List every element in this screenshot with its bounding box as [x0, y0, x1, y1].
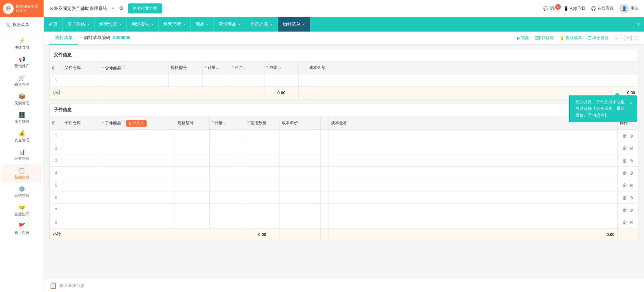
child-row-7-unit[interactable]: [210, 204, 237, 216]
tab-barcode[interactable]: 条码方案 ×: [246, 17, 278, 32]
child-row-1-unit[interactable]: [210, 130, 237, 142]
child-row-5-amount[interactable]: [329, 179, 618, 191]
child-row-1-unit-cost[interactable]: [280, 130, 321, 142]
th-parent-settings[interactable]: ⊞: [50, 61, 62, 74]
nav-prev-button[interactable]: ‹: [614, 35, 619, 41]
child-row-1-copy-icon[interactable]: ⊕: [629, 133, 633, 139]
parent-row-1-goods[interactable]: [100, 74, 169, 87]
tab-new-goods[interactable]: 新增商品 ×: [214, 17, 246, 32]
child-row-4-qty[interactable]: [245, 167, 280, 179]
search-menu-button[interactable]: 🔍 搜索菜单: [3, 20, 41, 30]
parent-row-1-produce[interactable]: [230, 74, 264, 87]
tab-history[interactable]: 经营历程 ×: [159, 17, 190, 32]
child-row-5-unit[interactable]: [210, 179, 237, 191]
child-row-5-delete-icon[interactable]: 🗑: [622, 183, 627, 188]
sidebar-item-inventory[interactable]: 🗄️ 库存核算: [2, 109, 41, 127]
th-child-settings[interactable]: ⊞: [50, 116, 62, 130]
child-row-7-warehouse[interactable]: [62, 204, 100, 216]
sidebar-item-sales[interactable]: 🛒 销售管理: [2, 72, 41, 90]
child-row-7-delete-icon[interactable]: 🗑: [622, 207, 627, 213]
child-row-1-delete-icon[interactable]: 🗑: [622, 133, 627, 139]
tab-goods[interactable]: 商品 ×: [191, 17, 214, 32]
child-row-1-spec[interactable]: [175, 130, 210, 142]
tab-profit-close[interactable]: ×: [151, 22, 153, 26]
app-download-button[interactable]: 📱 App下载: [564, 5, 585, 11]
settings-icon[interactable]: ⚙: [119, 5, 124, 12]
parent-row-1-warehouse[interactable]: [62, 74, 100, 87]
child-row-8-unit[interactable]: [210, 216, 237, 229]
child-row-4-goods[interactable]: [100, 167, 175, 179]
sidebar-item-operations[interactable]: 📊 经营管理: [2, 146, 41, 164]
child-row-7-qty[interactable]: [245, 204, 280, 216]
nav-close-all-button[interactable]: ×: [633, 17, 644, 32]
child-row-8-copy-icon[interactable]: ⊕: [629, 220, 633, 225]
sidebar-item-system[interactable]: ⚙️ 系统管理: [2, 183, 41, 201]
child-row-6-warehouse[interactable]: [62, 191, 100, 204]
child-row-8-warehouse[interactable]: [62, 216, 100, 229]
tab-customers[interactable]: 客户联络 ×: [63, 17, 95, 32]
child-row-7-goods[interactable]: [100, 204, 175, 216]
sidebar-item-finance[interactable]: 💰 资金管理: [2, 127, 41, 145]
tab-profit[interactable]: 利润报告 ×: [127, 17, 159, 32]
tab-home[interactable]: 首页: [44, 17, 63, 32]
child-row-3-warehouse[interactable]: [62, 154, 100, 167]
extract-cost-button[interactable]: 💡 提取成本: [559, 35, 582, 41]
child-row-2-amount[interactable]: [329, 142, 618, 154]
nav-expand-button[interactable]: ⛶: [631, 35, 639, 41]
child-row-8-unit-cost[interactable]: [280, 216, 321, 229]
parent-row-1-unit[interactable]: [203, 74, 230, 87]
child-row-8-spec[interactable]: [175, 216, 210, 229]
scan-input-button[interactable]: 扫码录入: [126, 120, 147, 127]
tab-barcode-close[interactable]: ×: [271, 22, 273, 26]
child-row-6-unit[interactable]: [210, 191, 237, 204]
content-tab-bom[interactable]: 物料清单: [49, 32, 78, 45]
parent-row-1-amount[interactable]: [307, 74, 638, 87]
tab-bom[interactable]: 物料清单 ×: [278, 17, 310, 32]
child-row-7-amount[interactable]: [329, 204, 618, 216]
tab-new-goods-close[interactable]: ×: [238, 22, 240, 26]
settings-grid-icon[interactable]: ⊞: [52, 66, 55, 70]
child-row-4-copy-icon[interactable]: ⊕: [629, 170, 633, 176]
child-row-6-unit-cost[interactable]: [280, 191, 321, 204]
shortcut-button[interactable]: ⌨ 快捷键: [535, 35, 554, 41]
tab-customers-close[interactable]: ×: [87, 22, 89, 26]
child-row-3-delete-icon[interactable]: 🗑: [622, 158, 627, 163]
child-row-5-spec[interactable]: [175, 179, 210, 191]
child-row-5-copy-icon[interactable]: ⊕: [629, 183, 633, 188]
child-row-2-copy-icon[interactable]: ⊕: [629, 145, 633, 151]
child-row-6-delete-icon[interactable]: 🗑: [622, 195, 627, 200]
child-row-3-unit[interactable]: [210, 154, 237, 167]
tab-operations[interactable]: 经营情况 ×: [95, 17, 126, 32]
child-row-5-goods[interactable]: [100, 179, 175, 191]
child-row-6-spec[interactable]: [175, 191, 210, 204]
child-row-7-copy-icon[interactable]: ⊕: [629, 207, 633, 213]
tab-goods-close[interactable]: ×: [207, 22, 209, 26]
child-row-3-goods[interactable]: [100, 154, 175, 167]
sidebar-item-enterprise[interactable]: 🤝 企业协同: [2, 201, 41, 220]
child-row-3-amount[interactable]: [329, 154, 618, 167]
child-row-2-warehouse[interactable]: [62, 142, 100, 154]
child-row-2-spec[interactable]: [175, 142, 210, 154]
child-row-5-unit-cost[interactable]: [280, 179, 321, 191]
child-settings-grid-icon[interactable]: ⊞: [52, 120, 55, 125]
child-row-8-goods[interactable]: [100, 216, 175, 229]
sidebar-item-guide[interactable]: 🚩 新手引导: [2, 220, 41, 238]
child-row-8-qty[interactable]: [245, 216, 280, 229]
child-row-6-amount[interactable]: [329, 191, 618, 204]
child-row-1-goods[interactable]: [100, 130, 175, 142]
child-row-3-spec[interactable]: [175, 154, 210, 167]
child-row-4-delete-icon[interactable]: 🗑: [622, 170, 627, 176]
child-row-7-spec[interactable]: [175, 204, 210, 216]
child-row-2-unit[interactable]: [210, 142, 237, 154]
child-row-6-qty[interactable]: [245, 191, 280, 204]
video-button[interactable]: ▶ 视频: [517, 35, 529, 41]
child-row-5-warehouse[interactable]: [62, 179, 100, 191]
single-settings-button[interactable]: ☰ 单据设置: [587, 35, 609, 41]
child-row-4-unit[interactable]: [210, 167, 237, 179]
child-row-4-warehouse[interactable]: [62, 167, 100, 179]
child-row-4-spec[interactable]: [175, 167, 210, 179]
message-button[interactable]: 💬 6 消息: [543, 5, 558, 11]
child-row-5-qty[interactable]: [245, 179, 280, 191]
sidebar-item-purchase[interactable]: 📦 采购管理: [2, 90, 41, 108]
child-row-7-unit-cost[interactable]: [280, 204, 321, 216]
